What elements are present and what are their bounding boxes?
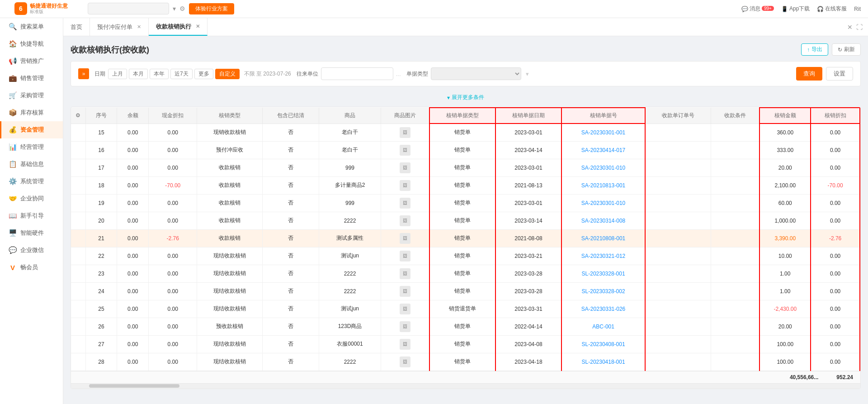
filter-expand-button[interactable]: » <box>78 68 89 79</box>
bill-no-link[interactable]: SA-20230414-017 <box>581 147 625 153</box>
top-actions: 💬 消息 99+ 📱 App下载 🎧 在线客服 Rit <box>741 5 861 13</box>
sidebar-item-hardware[interactable]: 🖥️ 智能硬件 <box>0 224 63 242</box>
bill-no-link[interactable]: SA-20230321-012 <box>581 253 625 259</box>
cell-verify-bill-no[interactable]: SA-20230331-026 <box>561 300 645 318</box>
filter-bill-type-select[interactable] <box>431 67 521 80</box>
cell-collection-condition <box>711 141 760 159</box>
cell-verify-bill-no[interactable]: SA-20230301-001 <box>561 124 645 141</box>
filter-last-month[interactable]: 上月 <box>108 69 127 79</box>
goods-thumbnail: 🖼 <box>400 251 410 261</box>
cell-verify-amount: 100.00 <box>760 335 811 353</box>
cell-settings <box>71 247 85 265</box>
cell-verify-discount: 0.00 <box>811 159 860 176</box>
cell-verify-discount: 0.00 <box>811 212 860 229</box>
bill-no-link[interactable]: SA-20230301-001 <box>581 129 625 136</box>
cell-goods: 2222 <box>319 282 381 300</box>
tab-prepay[interactable]: 预付冲应付单 ✕ <box>90 18 149 36</box>
cell-cash-discount: 0.00 <box>149 265 197 282</box>
logo-area: 6 畅捷通谱好生意 标准版 <box>7 0 75 18</box>
bill-no-link[interactable]: SL-20230328-002 <box>582 288 625 295</box>
sidebar-item-guide[interactable]: 📖 新手引导 <box>0 207 63 224</box>
sidebar-item-marketing[interactable]: 📢 营销推广 <box>0 52 63 70</box>
sidebar-item-fund[interactable]: 💰 资金管理 <box>0 121 63 138</box>
filter-more[interactable]: 更多 <box>194 69 213 79</box>
cell-verify-bill-no[interactable]: SL-20230328-001 <box>561 265 645 282</box>
export-button[interactable]: ↑ 导出 <box>801 43 828 56</box>
bill-no-link[interactable]: SA-20210813-001 <box>581 182 625 189</box>
refresh-button[interactable]: ↻ 刷新 <box>832 43 861 56</box>
sidebar-item-basic[interactable]: 📋 基础信息 <box>0 156 63 173</box>
cell-verify-bill-no[interactable]: SA-20230301-010 <box>561 194 645 212</box>
cell-verify-bill-no[interactable]: SA-20230301-010 <box>561 159 645 176</box>
sidebar-item-collab[interactable]: 🤝 企业协同 <box>0 190 63 207</box>
sidebar-item-inventory[interactable]: 📦 库存核算 <box>0 104 63 121</box>
bill-no-link[interactable]: SA-20230314-008 <box>581 218 625 224</box>
cell-verify-bill-no[interactable]: SL-20230328-002 <box>561 282 645 300</box>
sidebar-item-operation[interactable]: 📊 经营管理 <box>0 138 63 156</box>
maximize-icon[interactable]: ⛶ <box>856 24 863 31</box>
filter-this-month[interactable]: 本月 <box>129 69 148 79</box>
bill-no-link[interactable]: SA-20230331-026 <box>581 306 625 312</box>
cell-goods-img: 🖼 <box>381 124 429 141</box>
cell-verify-bill-no[interactable]: SA-20230414-017 <box>561 141 645 159</box>
bill-no-link[interactable]: SA-20210808-001 <box>581 235 625 242</box>
h-scrollbar-thumb[interactable] <box>89 384 179 388</box>
cell-verify-bill-no[interactable]: SL-20230418-001 <box>561 353 645 371</box>
cell-verify-bill-no[interactable]: ABC-001 <box>561 318 645 335</box>
filter-partner-input[interactable] <box>321 67 393 80</box>
cell-collection-order-no <box>645 194 711 212</box>
app-download[interactable]: 📱 App下载 <box>781 5 810 13</box>
tab-home[interactable]: 首页 <box>63 18 90 36</box>
filter-custom[interactable]: 自定义 <box>215 69 240 79</box>
bill-no-link[interactable]: ABC-001 <box>592 323 614 330</box>
cell-verify-discount: 0.00 <box>811 300 860 318</box>
sidebar-item-member[interactable]: V 畅会员 <box>0 259 63 276</box>
cell-verify-bill-type: 销货单 <box>429 212 495 229</box>
cell-collection-condition <box>711 124 760 141</box>
sidebar-item-search[interactable]: 🔍 搜索菜单 <box>0 18 63 35</box>
cell-goods: 测试jun <box>319 247 381 265</box>
bill-no-link[interactable]: SL-20230328-001 <box>582 271 625 277</box>
bill-no-link[interactable]: SL-20230408-001 <box>582 341 625 347</box>
cell-verify-bill-no[interactable]: SA-20210813-001 <box>561 176 645 194</box>
cell-verify-bill-no[interactable]: SA-20230314-008 <box>561 212 645 229</box>
footer-verify-discount: 952.24 <box>836 374 853 380</box>
cell-verify-discount: -2.76 <box>811 229 860 247</box>
sidebar-item-wechat[interactable]: 💬 企业微信 <box>0 242 63 259</box>
tab-collection[interactable]: 收款核销执行 ✕ <box>149 18 208 36</box>
cell-verify-bill-no[interactable]: SA-20210808-001 <box>561 229 645 247</box>
cell-verify-bill-no[interactable]: SL-20230408-001 <box>561 335 645 353</box>
cell-verify-type: 收款核销 <box>197 212 262 229</box>
h-scrollbar[interactable] <box>71 383 860 389</box>
query-button[interactable]: 查询 <box>796 67 822 81</box>
bill-no-link[interactable]: SA-20230301-010 <box>581 200 625 206</box>
close-tab-icon[interactable]: ✕ <box>847 24 853 31</box>
cell-verify-bill-no[interactable]: SA-20230321-012 <box>561 247 645 265</box>
sidebar-item-quicknav[interactable]: 🏠 快捷导航 <box>0 35 63 52</box>
online-service[interactable]: 🎧 在线客服 <box>817 5 847 13</box>
cell-verify-bill-date: 2023-03-01 <box>495 124 561 141</box>
th-settings[interactable]: ⚙ <box>71 108 85 124</box>
bill-no-link[interactable]: SA-20230301-010 <box>581 165 625 171</box>
settings-button[interactable]: 设置 <box>826 67 853 81</box>
user-name[interactable]: Rit <box>854 6 861 12</box>
sidebar-item-system[interactable]: ⚙️ 系统管理 <box>0 173 63 190</box>
bill-no-link[interactable]: SL-20230418-001 <box>582 359 625 365</box>
export-icon: ↑ <box>807 47 810 53</box>
expand-more-button[interactable]: ▾ 展开更多条件 <box>71 92 861 103</box>
cell-settings <box>71 318 85 335</box>
filter-this-year[interactable]: 本年 <box>150 69 169 79</box>
filter-7days[interactable]: 近7天 <box>170 69 193 79</box>
message-area[interactable]: 💬 消息 99+ <box>741 5 774 13</box>
cell-verify-type: 现结收款核销 <box>197 282 262 300</box>
tab-close-collection[interactable]: ✕ <box>196 24 200 29</box>
chevron-down-icon[interactable]: ▾ <box>173 5 176 12</box>
trial-button[interactable]: 体验行业方案 <box>189 3 234 14</box>
sidebar-item-purchase[interactable]: 🛒 采购管理 <box>0 87 63 104</box>
sidebar-item-sales[interactable]: 💼 销售管理 <box>0 70 63 87</box>
tab-close-prepay[interactable]: ✕ <box>137 24 141 30</box>
cell-collection-condition <box>711 212 760 229</box>
cell-goods-img: 🖼 <box>381 300 429 318</box>
settings-icon[interactable]: ⚙ <box>179 5 185 12</box>
top-search-input[interactable] <box>88 3 169 14</box>
